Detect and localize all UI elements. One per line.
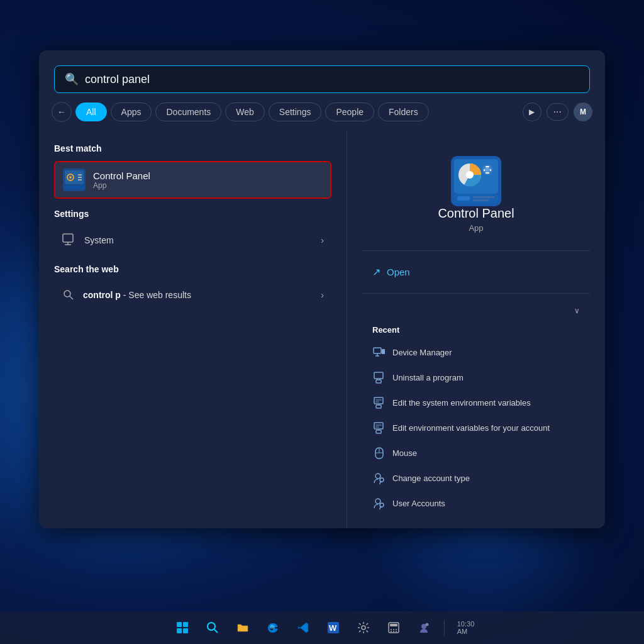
system-arrow: ›: [321, 235, 324, 245]
taskbar-explorer-button[interactable]: [230, 615, 255, 640]
open-button[interactable]: ↗ Open: [362, 258, 590, 286]
device-manager-label: Device Manager: [392, 348, 452, 357]
tab-web[interactable]: Web: [225, 103, 265, 121]
account-type-label: Change account type: [392, 474, 470, 483]
recent-item-uninstall[interactable]: Uninstall a program: [362, 365, 590, 390]
user-avatar[interactable]: M: [574, 103, 592, 121]
recent-items-list: Device Manager Uninstall a program: [362, 340, 590, 516]
tab-folders[interactable]: Folde‍rs: [378, 103, 429, 121]
back-button[interactable]: ←: [52, 102, 72, 122]
svg-rect-32: [376, 380, 381, 383]
web-section-label: Search the web: [54, 264, 331, 274]
svg-point-11: [64, 291, 70, 297]
taskbar-calculator-button[interactable]: [381, 615, 406, 640]
svg-point-62: [393, 629, 394, 630]
svg-rect-35: [374, 397, 383, 404]
svg-text:W: W: [329, 623, 337, 633]
settings-item-system[interactable]: System ›: [54, 226, 331, 254]
settings-section: Settings System ›: [54, 209, 331, 254]
tabs-more-area: ▶ ··· M: [523, 103, 592, 121]
svg-rect-50: [183, 622, 188, 627]
app-preview: Control Panel App: [362, 143, 590, 243]
best-match-info: Control Panel App: [93, 170, 323, 190]
user-accounts-icon: [372, 496, 386, 510]
svg-point-64: [391, 631, 392, 632]
tab-people[interactable]: People: [325, 103, 374, 121]
uninstall-icon: [372, 370, 386, 384]
start-button[interactable]: [170, 615, 195, 640]
taskbar: W 10:30 AM: [0, 611, 644, 644]
svg-rect-20: [486, 172, 489, 174]
tab-apps[interactable]: Apps: [111, 103, 152, 121]
search-bar: 🔍: [54, 65, 590, 93]
user-accounts-label: User Accounts: [392, 499, 445, 508]
recent-label: Recent: [362, 320, 590, 340]
taskbar-settings-button[interactable]: [351, 615, 376, 640]
svg-line-54: [214, 630, 218, 633]
svg-point-63: [396, 629, 397, 630]
web-search-item[interactable]: control p - See web results ›: [54, 282, 331, 308]
best-match-label: Best match: [54, 143, 331, 153]
tab-settings[interactable]: Settings: [269, 103, 322, 121]
svg-rect-30: [382, 349, 385, 354]
svg-point-65: [393, 631, 394, 632]
svg-rect-19: [486, 166, 489, 167]
tab-documents[interactable]: Documents: [155, 103, 221, 121]
web-search-arrow: ›: [321, 290, 324, 300]
recent-item-device-manager[interactable]: Device Manager: [362, 340, 590, 365]
svg-point-18: [485, 167, 490, 172]
svg-point-66: [396, 631, 397, 632]
svg-rect-21: [484, 169, 485, 171]
play-button[interactable]: ▶: [523, 103, 541, 121]
clock: 10:30 AM: [457, 620, 475, 635]
web-search-text: control p - See web results: [83, 290, 191, 300]
svg-rect-24: [457, 196, 470, 201]
taskbar-edge-button[interactable]: [260, 615, 286, 640]
recent-item-env-account[interactable]: Edit environment variables for your acco…: [362, 415, 590, 440]
best-match-item[interactable]: Control Panel App: [54, 161, 331, 199]
taskbar-teams-button[interactable]: [411, 615, 436, 640]
recent-item-env-system[interactable]: Edit the system environment variables: [362, 390, 590, 415]
svg-rect-51: [177, 628, 182, 633]
control-panel-icon-large: [451, 156, 501, 206]
web-search-icon: [62, 288, 75, 302]
svg-rect-60: [390, 624, 397, 626]
more-button[interactable]: ···: [547, 103, 569, 121]
expand-button[interactable]: ∨: [362, 301, 590, 320]
mouse-label: Mouse: [392, 448, 417, 458]
best-match-subtitle: App: [93, 181, 323, 190]
svg-rect-39: [374, 423, 383, 429]
svg-rect-52: [183, 628, 188, 633]
svg-point-68: [425, 623, 428, 626]
web-search-rest: - See web results: [123, 290, 191, 300]
svg-point-61: [391, 629, 392, 630]
settings-section-label: Settings: [54, 209, 331, 219]
svg-rect-22: [490, 169, 491, 171]
search-input[interactable]: [85, 73, 579, 86]
recent-item-mouse[interactable]: Mouse: [362, 440, 590, 465]
mouse-icon: [372, 446, 386, 460]
svg-rect-26: [473, 199, 489, 201]
control-panel-icon-small: [63, 169, 86, 191]
svg-rect-27: [374, 348, 381, 353]
best-match-title: Control Panel: [93, 170, 323, 181]
svg-point-53: [208, 623, 215, 630]
recent-item-account-type[interactable]: Change account type: [362, 465, 590, 491]
svg-rect-42: [376, 430, 381, 433]
svg-point-46: [380, 478, 384, 482]
right-panel: Control Panel App ↗ Open ∨ Recent: [347, 131, 605, 528]
taskbar-search-button[interactable]: [200, 615, 225, 640]
tab-all[interactable]: All: [75, 103, 107, 121]
svg-line-12: [70, 296, 73, 299]
svg-rect-25: [473, 196, 495, 198]
system-tray: 10:30 AM: [457, 620, 475, 635]
env-system-icon: [372, 396, 386, 409]
taskbar-vscode-button[interactable]: [291, 615, 316, 640]
recent-item-user-accounts[interactable]: User Accounts: [362, 491, 590, 516]
account-type-icon: [372, 471, 386, 485]
env-account-label: Edit environment variables for your acco…: [392, 423, 550, 433]
divider-2: [362, 293, 590, 294]
taskbar-word-button[interactable]: W: [321, 615, 346, 640]
open-icon: ↗: [372, 266, 380, 278]
svg-point-45: [375, 474, 380, 479]
